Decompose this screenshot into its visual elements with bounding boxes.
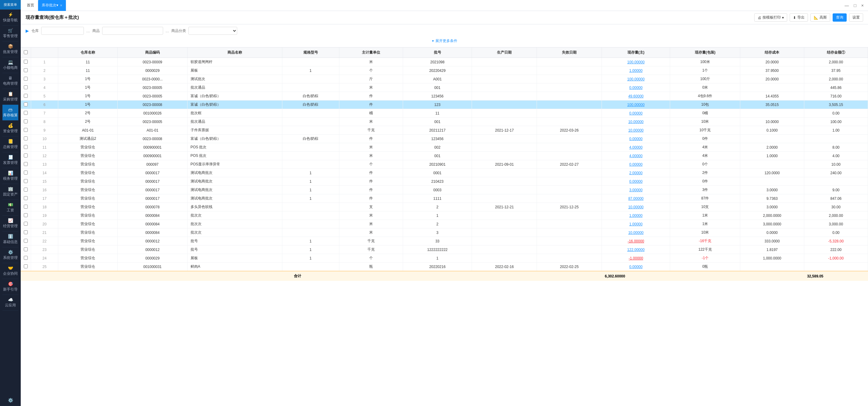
print-button[interactable]: 🖨 按模板打印 ▾ — [754, 13, 787, 22]
row-checkbox[interactable] — [21, 263, 31, 271]
sidebar-item-18[interactable]: ☁️云应用 — [2, 295, 18, 311]
row-checkbox[interactable] — [21, 160, 31, 169]
sidebar-item-9[interactable]: 🧾发票管理 — [2, 152, 18, 168]
row-qtymain[interactable]: 10.00000 — [602, 117, 670, 126]
row-checkbox[interactable] — [21, 254, 31, 263]
sidebar-logo[interactable]: 搜索菜单 — [0, 0, 21, 10]
row-code: 0000078 — [118, 203, 187, 211]
row-checkbox[interactable] — [21, 152, 31, 160]
row-qtymain[interactable]: 10.00000 — [602, 229, 670, 237]
sidebar-item-17[interactable]: 🎯新手引导 — [2, 279, 18, 295]
expand-conditions-button[interactable]: ▼ 展开更多条件 — [431, 38, 457, 43]
row-checkbox[interactable] — [21, 101, 31, 109]
row-qtymain[interactable]: 4.00000 — [602, 152, 670, 160]
select-all-checkbox[interactable] — [24, 50, 28, 54]
row-checkbox[interactable] — [21, 143, 31, 152]
row-qtymain[interactable]: 100.00000 — [602, 58, 670, 66]
row-qtymain[interactable]: 2.00000 — [602, 169, 670, 177]
goods-dots[interactable]: ... — [165, 28, 169, 33]
sidebar-item-10[interactable]: 📊税务管理 — [2, 168, 18, 184]
row-checkbox[interactable] — [21, 211, 31, 220]
minimize-button[interactable]: — — [843, 2, 850, 8]
row-checkbox[interactable] — [21, 194, 31, 203]
close-window-button[interactable]: × — [860, 2, 866, 8]
row-qtymain[interactable]: 122.00000 — [602, 245, 670, 254]
row-checkbox[interactable] — [21, 92, 31, 101]
row-qtymain[interactable]: 10.00000 — [602, 203, 670, 211]
sidebar-item-5[interactable]: 📋采购管理 — [2, 89, 18, 105]
sidebar-settings[interactable]: ⚙️ — [0, 395, 21, 406]
row-batch: A001 — [403, 75, 472, 83]
row-checkbox[interactable] — [21, 135, 31, 143]
footer-totalcost: 32,589.05 — [804, 271, 868, 281]
row-checkbox[interactable] — [21, 83, 31, 92]
row-qtymain[interactable]: 100.00000 — [602, 75, 670, 83]
row-checkbox[interactable] — [21, 237, 31, 245]
settings-button[interactable]: 设置 — [849, 13, 863, 22]
sidebar-item-16[interactable]: 🤝企业协同 — [2, 263, 18, 279]
row-qtymain[interactable]: 0.00000 — [602, 109, 670, 117]
row-checkbox[interactable] — [21, 109, 31, 117]
row-qtymain[interactable]: -16.00000 — [602, 237, 670, 245]
row-expdate — [537, 152, 602, 160]
sidebar-item-14[interactable]: ℹ️基础信息 — [2, 232, 18, 247]
row-checkbox[interactable] — [21, 220, 31, 229]
row-qtymain[interactable]: 4.00000 — [602, 143, 670, 152]
sidebar-item-3[interactable]: 💻小额电商 — [2, 57, 18, 73]
row-expdate — [537, 101, 602, 109]
sidebar-icon-3: 💻 — [3, 60, 18, 65]
page-title: 现存量查询(按仓库＋批次) — [26, 14, 79, 21]
sidebar-label-12: 工资 — [7, 208, 14, 212]
row-checkbox[interactable] — [21, 58, 31, 66]
sidebar-item-12[interactable]: 💵工资 — [2, 200, 18, 216]
row-checkbox[interactable] — [21, 203, 31, 211]
row-qtymain[interactable]: 0.00000 — [602, 177, 670, 186]
tab-1[interactable]: 库存批次▾× — [38, 0, 66, 11]
filter-arrow[interactable]: ▶ — [26, 28, 29, 33]
sidebar-item-1[interactable]: 🛒零售管理 — [2, 26, 18, 41]
sidebar-item-0[interactable]: ⚡快捷导航 — [2, 10, 18, 26]
row-checkbox[interactable] — [21, 229, 31, 237]
sidebar-item-4[interactable]: 🖥电商管理 — [2, 73, 18, 89]
row-checkbox[interactable] — [21, 126, 31, 135]
row-checkbox[interactable] — [21, 66, 31, 75]
warehouse-input[interactable] — [41, 27, 84, 35]
sidebar-item-2[interactable]: 📦批发管理 — [2, 41, 18, 57]
sidebar-item-7[interactable]: 💰资金管理 — [2, 121, 18, 136]
row-qtysub: 100米 — [670, 58, 740, 66]
row-qtymain[interactable]: 0.00000 — [602, 135, 670, 143]
category-select[interactable] — [188, 27, 237, 35]
sidebar-item-15[interactable]: ⚙️系统管理 — [2, 247, 18, 263]
row-qtymain[interactable]: 3.00000 — [602, 186, 670, 194]
gauss-button[interactable]: 📐 高斯 — [810, 13, 830, 22]
row-checkbox[interactable] — [21, 75, 31, 83]
row-checkbox[interactable] — [21, 169, 31, 177]
row-qtymain[interactable]: 49.60000 — [602, 92, 670, 101]
row-qtymain[interactable]: 1.00000 — [602, 220, 670, 229]
row-qtymain[interactable]: 0.00000 — [602, 263, 670, 271]
tab-0[interactable]: 首页 — [23, 0, 38, 11]
row-qtymain[interactable]: 10.00000 — [602, 126, 670, 135]
row-qtymain[interactable]: 1.00000 — [602, 66, 670, 75]
row-qtymain[interactable]: 100.00000 — [602, 101, 670, 109]
tab-close-1[interactable]: × — [60, 3, 62, 8]
query-button[interactable]: 查询 — [833, 13, 847, 22]
row-qtymain[interactable]: 87.00000 — [602, 194, 670, 203]
row-qtymain[interactable]: -1.00000 — [602, 254, 670, 263]
maximize-button[interactable]: □ — [852, 2, 858, 8]
warehouse-dots[interactable]: ... — [86, 28, 90, 33]
row-checkbox[interactable] — [21, 117, 31, 126]
sidebar-item-11[interactable]: 🏢固定资产 — [2, 184, 18, 200]
row-checkbox[interactable] — [21, 245, 31, 254]
export-button[interactable]: ⬇ 导出 — [789, 13, 808, 22]
row-qtymain[interactable]: 1.00000 — [602, 211, 670, 220]
sidebar-item-8[interactable]: 📒总账管理 — [2, 136, 18, 152]
row-code: 0000084 — [118, 211, 187, 220]
row-checkbox[interactable] — [21, 186, 31, 194]
row-qtymain[interactable]: 0.00000 — [602, 160, 670, 169]
row-checkbox[interactable] — [21, 177, 31, 186]
sidebar-item-13[interactable]: 📈经营管理 — [2, 216, 18, 232]
goods-input[interactable] — [102, 27, 163, 35]
row-qtymain[interactable]: 0.00000 — [602, 83, 670, 92]
sidebar-item-6[interactable]: 🗃库存核算 — [2, 105, 18, 121]
